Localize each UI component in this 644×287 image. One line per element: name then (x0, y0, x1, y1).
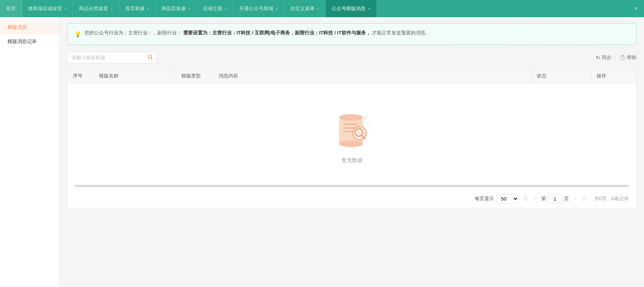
svg-text:✦: ✦ (364, 116, 367, 120)
search-wrap (67, 52, 157, 64)
sync-label: 同步 (602, 54, 611, 61)
close-icon[interactable]: × (110, 7, 113, 11)
col-header-seq: 序号 (68, 68, 94, 83)
search-button[interactable] (144, 52, 157, 63)
page-size-select[interactable]: 10 20 50 100 (496, 194, 519, 204)
horizontal-scrollbar[interactable] (75, 185, 629, 187)
notice-text: 您的公众号行业为：主营行业：，副营行业： 需要设置为：主营行业：IT科技 / 互… (84, 29, 430, 37)
svg-point-5 (339, 140, 363, 147)
nav-tab-template-msg[interactable]: 公众号模版消息 × (326, 0, 376, 17)
help-button[interactable]: ? 帮助 (620, 54, 637, 61)
nav-tab-shop-settings[interactable]: 微商城店铺设置 × (22, 0, 73, 17)
empty-illustration: ✦ ✦ ✦ (330, 106, 375, 151)
nav-tab-home-decor-label: 首页装修 (125, 5, 145, 12)
sidebar-item-template-msg-log[interactable]: 模版消息记录 (0, 34, 59, 49)
total-info: 共0页，0条记录 (594, 195, 629, 202)
layout: 模版消息 模版消息记录 💡 您的公众号行业为：主营行业：，副营行业： 需要设置为… (0, 17, 644, 287)
divider: | (615, 55, 616, 60)
empty-text: 暂无数据 (342, 157, 363, 164)
col-header-action: 操作 (591, 68, 636, 83)
first-page-button[interactable]: ⟨⟨ (522, 195, 529, 202)
col-header-content: 消息内容 (213, 68, 531, 83)
table-header: 序号 模版名称 模版类型 消息内容 状态 操作 (68, 68, 636, 84)
page-unit: 页 (564, 195, 569, 202)
page-input[interactable] (548, 195, 563, 203)
search-input[interactable] (68, 52, 144, 62)
col-header-type: 模版类型 (176, 68, 213, 83)
notice-icon: 💡 (74, 30, 81, 39)
svg-point-4 (339, 114, 363, 121)
help-label: 帮助 (627, 54, 637, 61)
close-icon[interactable]: × (147, 7, 149, 11)
scrollbar-row[interactable] (68, 183, 636, 189)
help-icon: ? (620, 55, 625, 60)
prev-page-button[interactable]: ＜ (531, 195, 540, 203)
page-nav: ⟨⟨ ＜ 第 页 ＞ ⟩⟩ (522, 195, 588, 203)
nav-tab-home-label: 首页 (6, 5, 16, 12)
page-label: 第 (541, 195, 546, 202)
col-header-name: 模版名称 (94, 68, 176, 83)
svg-line-1 (151, 58, 152, 59)
main-content: 💡 您的公众号行业为：主营行业：，副营行业： 需要设置为：主营行业：IT科技 /… (60, 17, 644, 287)
sidebar-item-template-msg[interactable]: 模版消息 (0, 20, 59, 34)
pagination: 每页显示 10 20 50 100 ⟨⟨ ＜ 第 页 ＞ ⟩⟩ (68, 189, 636, 208)
sync-icon: ↻ (596, 55, 600, 61)
close-icon[interactable]: × (225, 7, 227, 11)
svg-text:✦: ✦ (367, 123, 370, 126)
nav-tab-home[interactable]: 首页 (0, 0, 22, 17)
close-icon[interactable]: × (368, 7, 370, 11)
nav-tab-custom-menu-label: 自定义菜单 (290, 5, 315, 12)
page-size-wrap: 每页显示 10 20 50 100 (475, 194, 519, 204)
close-all-button[interactable]: × (629, 5, 644, 12)
nav-tab-theme-label: 店铺主题 (203, 5, 222, 12)
notice-box: 💡 您的公众号行业为：主营行业：，副营行业： 需要设置为：主营行业：IT科技 /… (67, 23, 637, 45)
nav-tab-wechat-mall[interactable]: 开通公众号商城 × (233, 0, 284, 17)
next-page-button[interactable]: ＞ (570, 195, 579, 203)
sync-button[interactable]: ↻ 同步 (596, 54, 611, 61)
close-icon[interactable]: × (317, 7, 319, 11)
nav-tab-wechat-mall-label: 开通公众号商城 (239, 5, 273, 12)
nav-tab-theme[interactable]: 店铺主题 × (197, 0, 233, 17)
nav-tab-category-label: 商品分类设置 (79, 5, 108, 12)
toolbar: ↻ 同步 | ? 帮助 (67, 52, 637, 64)
nav-tab-product-decor[interactable]: 商品页装修 × (155, 0, 197, 17)
svg-text:✦: ✦ (337, 127, 339, 130)
nav-tab-product-decor-label: 商品页装修 (161, 5, 186, 12)
nav-tab-shop-settings-label: 微商城店铺设置 (28, 5, 62, 12)
sidebar: 模版消息 模版消息记录 (0, 17, 60, 287)
page-size-label: 每页显示 (475, 195, 494, 202)
empty-state: ✦ ✦ ✦ 暂无数据 (68, 84, 636, 183)
nav-tab-template-msg-label: 公众号模版消息 (332, 5, 366, 12)
top-nav: 首页 微商城店铺设置 × 商品分类设置 × 首页装修 × 商品页装修 × 店铺主… (0, 0, 644, 17)
col-header-status: 状态 (531, 68, 591, 83)
toolbar-right: ↻ 同步 | ? 帮助 (596, 54, 637, 61)
close-icon[interactable]: × (64, 7, 67, 11)
nav-tab-custom-menu[interactable]: 自定义菜单 × (284, 0, 326, 17)
data-table: 序号 模版名称 模版类型 消息内容 状态 操作 (67, 68, 637, 208)
last-page-button[interactable]: ⟩⟩ (581, 195, 588, 202)
nav-tab-home-decor[interactable]: 首页装修 × (119, 0, 155, 17)
close-icon[interactable]: × (188, 7, 190, 11)
nav-tab-category[interactable]: 商品分类设置 × (73, 0, 119, 17)
close-icon[interactable]: × (275, 7, 278, 11)
